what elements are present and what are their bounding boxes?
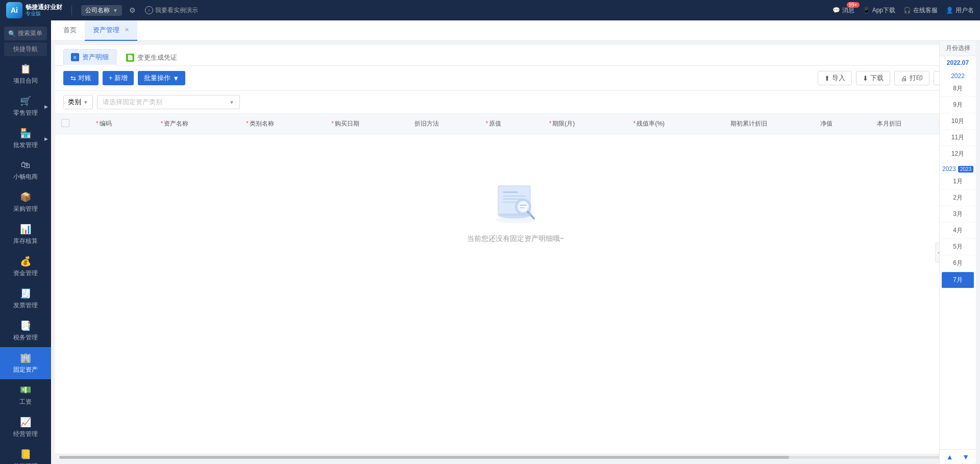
sidebar-item-inventory-accounting[interactable]: 📊 库存核算: [0, 218, 51, 251]
sidebar-item-purchase-management[interactable]: 📦 采购管理: [0, 186, 51, 218]
print-icon: 🖨: [901, 75, 908, 82]
tab-asset-management[interactable]: 资产管理 ✕: [85, 20, 137, 41]
th-code: *编码: [76, 114, 132, 134]
batch-button[interactable]: 批量操作 ▼: [138, 71, 185, 85]
top-bar: Ai 畅捷通好业财 专业版 公司名称 ▼ ⚙ ○ 我要看实例演示 💬 消息 99…: [0, 0, 980, 20]
reconcile-icon: ⇆: [70, 75, 76, 82]
add-button[interactable]: + 新增: [103, 71, 134, 85]
online-service-label: 在线客服: [913, 6, 938, 15]
sidebar-item-label: 小畅电商: [13, 173, 38, 181]
month-item-11[interactable]: 11月: [940, 130, 976, 146]
month-item-3[interactable]: 3月: [940, 206, 976, 223]
arrow-icon: ▶: [44, 104, 48, 109]
sidebar-item-fund-management[interactable]: 💰 资金管理: [0, 251, 51, 283]
month-item-9[interactable]: 9月: [940, 97, 976, 113]
sidebar-item-tax-management[interactable]: 📑 税务管理: [0, 315, 51, 347]
th-residual-rate: *残值率(%): [602, 114, 696, 134]
month-item-1[interactable]: 1月: [940, 174, 976, 190]
month-panel-title: 月份选择: [940, 41, 976, 56]
category-select[interactable]: 类别 ▼: [63, 95, 93, 109]
page-content: ≡ 资产明细 📄 变更生成凭证 ⇆ 对账 + 新增: [51, 41, 980, 464]
batch-chevron-icon: ▼: [173, 75, 179, 82]
search-icon: 🔍: [8, 30, 16, 37]
add-label: + 新增: [109, 74, 128, 83]
year-2022-label: 2022: [940, 69, 976, 81]
search-menu-label: 搜索菜单: [18, 29, 42, 38]
company-selector[interactable]: 公司名称 ▼: [81, 5, 122, 16]
purchase-icon: 📦: [20, 191, 31, 203]
month-item-4[interactable]: 4月: [940, 223, 976, 239]
demo-label: 我要看实例演示: [155, 6, 198, 15]
header-checkbox[interactable]: [61, 119, 69, 127]
category-input-placeholder: 请选择固定资产类别: [103, 97, 162, 107]
sidebar-item-invoice-management[interactable]: 🧾 发票管理: [0, 283, 51, 315]
reconcile-button[interactable]: ⇆ 对账: [63, 71, 99, 85]
search-menu-button[interactable]: 🔍 搜索菜单: [4, 27, 47, 40]
sidebar-item-fixed-assets[interactable]: 🏢 固定资产: [0, 347, 51, 379]
month-item-8[interactable]: 8月: [940, 81, 976, 97]
month-panel-nav: ▲ ▼: [940, 449, 976, 464]
sidebar-item-label: 资金管理: [13, 269, 38, 278]
sub-tab-asset-detail-label: 资产明细: [82, 53, 109, 62]
chat-icon: 💬: [832, 7, 840, 14]
sidebar-item-label: 总账管理: [13, 462, 38, 464]
sidebar-item-ecommerce[interactable]: 🛍 小畅电商: [0, 155, 51, 186]
month-item-7-active[interactable]: 7月: [942, 272, 974, 288]
app-download-label: App下载: [872, 6, 895, 15]
sub-tab-asset-detail[interactable]: ≡ 资产明细: [63, 49, 116, 66]
settings-button[interactable]: ⚙: [129, 6, 136, 14]
filter-bar: 类别 ▼ 请选择固定资产类别 ▼: [55, 91, 976, 114]
th-checkbox: [55, 114, 76, 134]
arrow-icon: ▶: [44, 136, 48, 141]
ecommerce-icon: 🛍: [21, 160, 30, 170]
demo-button[interactable]: ○ 我要看实例演示: [145, 6, 198, 15]
sub-tab-change-voucher[interactable]: 📄 变更生成凭证: [118, 50, 185, 66]
sidebar-item-general-ledger[interactable]: 📒 总账管理: [0, 444, 51, 464]
category-label: 类别: [68, 97, 81, 107]
th-depreciation-method: 折旧方法: [388, 114, 465, 134]
quick-nav-button[interactable]: 快捷导航: [4, 42, 47, 56]
sidebar-item-label: 工资: [19, 398, 32, 406]
user-avatar[interactable]: 👤 用户名: [946, 6, 974, 15]
sidebar-item-wholesale-management[interactable]: 🏪 批发管理 ▶: [0, 123, 51, 155]
inventory-icon: 📊: [20, 224, 31, 235]
year-2023-label: 2023 2023: [940, 162, 976, 174]
tab-close-icon[interactable]: ✕: [125, 27, 129, 33]
th-purchase-date: *购买日期: [303, 114, 388, 134]
sidebar-item-label: 固定资产: [13, 365, 38, 374]
demo-icon: ○: [145, 6, 153, 14]
import-button[interactable]: ⬆ 导入: [818, 71, 852, 85]
empty-illustration: [485, 175, 546, 226]
print-button[interactable]: 🖨 打印: [894, 71, 929, 85]
scrollbar-thumb: [59, 456, 789, 459]
tab-bar: 首页 资产管理 ✕: [51, 20, 980, 41]
sidebar-item-salary[interactable]: 💵 工资: [0, 379, 51, 411]
mobile-icon: 📱: [863, 7, 870, 14]
sidebar-item-retail-management[interactable]: 🛒 零售管理 ▶: [0, 90, 51, 123]
empty-text: 当前您还没有固定资产明细哦~: [467, 234, 564, 243]
online-service-button[interactable]: 🎧 在线客服: [903, 6, 938, 15]
app-download-button[interactable]: 📱 App下载: [863, 6, 895, 15]
month-panel-title-label: 月份选择: [946, 44, 970, 52]
messages-button[interactable]: 💬 消息 99+: [832, 6, 854, 15]
batch-label: 批量操作: [144, 74, 170, 83]
category-chevron-icon: ▼: [83, 100, 88, 105]
month-item-10[interactable]: 10月: [940, 113, 976, 130]
month-item-5[interactable]: 5月: [940, 239, 976, 255]
download-button[interactable]: ⬇ 下载: [856, 71, 890, 85]
month-panel-down-button[interactable]: ▼: [959, 452, 972, 462]
svg-rect-11: [520, 205, 527, 206]
sidebar-item-operations-management[interactable]: 📈 经营管理: [0, 411, 51, 444]
tab-home[interactable]: 首页: [55, 20, 85, 41]
category-input-arrow: ▼: [229, 100, 234, 105]
month-item-12[interactable]: 12月: [940, 146, 976, 162]
th-monthly-depreciation: 本月折旧: [850, 114, 927, 134]
messages-badge: 99+: [847, 2, 860, 8]
month-item-6[interactable]: 6月: [940, 255, 976, 272]
month-panel-up-button[interactable]: ▲: [943, 452, 957, 462]
month-item-2[interactable]: 2月: [940, 190, 976, 206]
top-bar-right: 💬 消息 99+ 📱 App下载 🎧 在线客服 👤 用户名: [832, 6, 974, 15]
sidebar-item-project-contract[interactable]: 📋 项目合同: [0, 58, 51, 90]
category-input[interactable]: 请选择固定资产类别 ▼: [97, 95, 240, 109]
horizontal-scrollbar[interactable]: [55, 454, 976, 460]
